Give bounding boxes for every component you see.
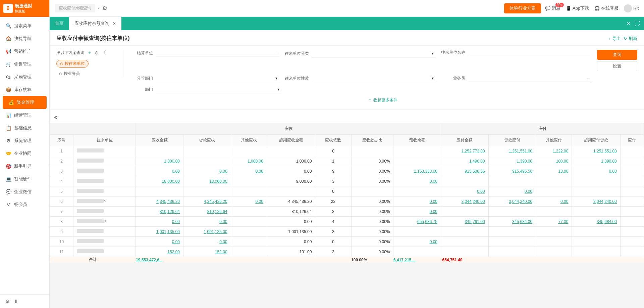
footer-recv-amt: 19,553,472,6... (136, 257, 183, 263)
tab-right: ✕ ⛶ (626, 20, 644, 27)
partner-cell (73, 247, 136, 257)
sidebar-nav: 🔍搜索菜单🏠快捷导航📢营销推广🛒销售管理🛍采购管理📦库存核算💰资金管理📊经营管理… (0, 17, 49, 294)
message-button[interactable]: 💬 消息 99+ (545, 5, 560, 11)
row-num: 8 (50, 217, 73, 227)
header-gear-icon[interactable]: ⚙ (102, 5, 107, 11)
dept-select[interactable]: ▾ (156, 86, 281, 93)
tab-close-icon[interactable]: ✕ (113, 21, 116, 26)
app-label: App下载 (573, 5, 589, 11)
user-avatar[interactable]: Rit (624, 4, 639, 12)
sidebar-item-marketing[interactable]: 📢营销推广 (0, 45, 49, 58)
loan-pay: 1,390.00 (488, 156, 536, 166)
industry-solution-button[interactable]: 体验行业方案 (504, 3, 541, 13)
tab-query[interactable]: 应收应付余额查询 ✕ (69, 17, 121, 30)
recv-amt: 4,345,436.20 (136, 196, 183, 207)
pay (620, 146, 644, 156)
sidebar-item-wechat[interactable]: 💬企业微信 (0, 185, 49, 198)
collapse-sidebar-icon[interactable]: ⏸ (14, 299, 18, 304)
loan-pay (488, 247, 536, 257)
operations-icon: 📊 (5, 113, 11, 118)
sidebar-item-member[interactable]: V畅会员 (0, 198, 49, 211)
sidebar-item-purchase[interactable]: 🛍采购管理 (0, 71, 49, 83)
scheme-partner-tag[interactable]: ⊙ 按往来单位 (56, 60, 89, 68)
sidebar-item-inventory[interactable]: 📦库存核算 (0, 83, 49, 96)
sidebar-item-collab[interactable]: 🤝企业协同 (0, 147, 49, 160)
more-conditions-button[interactable]: ⌃ 收起更多条件 (129, 95, 637, 105)
partner-name-input[interactable] (468, 51, 592, 54)
tab-close-window-icon[interactable]: ✕ (626, 20, 631, 27)
footer-recv-ratio: 100.00% (351, 257, 393, 263)
sidebar-item-quick[interactable]: 🏠快捷导航 (0, 32, 49, 45)
sidebar-item-basic[interactable]: 📋基础信息 (0, 122, 49, 134)
prepay: 0.00 (393, 176, 441, 186)
recv-cnt: 3 (315, 247, 351, 257)
partner-nature-label: 往来单位性质 (285, 76, 309, 81)
recv-amt: 0.00 (136, 217, 183, 227)
footer-overdue-recv (267, 257, 315, 263)
partner-cell (73, 146, 136, 156)
other-recv: 0.00 (231, 166, 267, 176)
recv-ratio: 0.00% (351, 237, 393, 247)
other-pay: 77.00 (536, 217, 572, 227)
scheme-salesperson[interactable]: ⊙ 按业务员 (56, 70, 118, 77)
message-badge: 99+ (555, 3, 564, 7)
filter-settings-icon[interactable]: ⊙ (95, 50, 99, 55)
settings-bottom-icon[interactable]: ⚙ (5, 299, 10, 304)
table-row: 6 ^ 4,345,436.20 4,345,436.20 0.00 4,345… (50, 196, 644, 207)
footer-prepay: 6,417,215.... (393, 257, 441, 263)
row-num: 2 (50, 156, 73, 166)
sidebar-item-finance[interactable]: 💰资金管理 (3, 96, 47, 109)
sidebar-item-search[interactable]: 🔍搜索菜单 (0, 19, 49, 32)
sidebar-item-hardware[interactable]: 💻智能硬件 (0, 173, 49, 185)
overdue-recv: 0.00 (267, 237, 315, 247)
settings-button[interactable]: 设置 (597, 61, 637, 71)
partner-name-label: 往来单位名称 (441, 50, 465, 55)
sidebar-item-sales[interactable]: 🛒销售管理 (0, 58, 49, 71)
filter-add-icon[interactable]: ＋ (87, 50, 92, 56)
settlement-unit-label: 结算单位 (129, 50, 153, 56)
partner-cell (73, 227, 136, 237)
recv-cnt: 0 (315, 237, 351, 247)
pay-amt: 345,761.00 (441, 217, 489, 227)
footer-label: 合计 (50, 257, 136, 263)
recv-ratio: 0.00% (351, 207, 393, 217)
pay (620, 207, 644, 217)
refresh-button[interactable]: ↻ 刷新 (624, 36, 637, 42)
sidebar-item-operations[interactable]: 📊经营管理 (0, 109, 49, 122)
sidebar-item-guide[interactable]: 🎯新手引导 (0, 160, 49, 173)
dept-manager-select[interactable]: ▾ (156, 75, 279, 82)
prepay: 0.00 (393, 237, 441, 247)
overdue-recv: 1,001,135.00 (267, 227, 315, 237)
online-service-button[interactable]: 🎧 在线客服 (594, 5, 619, 11)
pay (620, 227, 644, 237)
recv-ratio (351, 186, 393, 196)
salesperson-input[interactable]: ··· (468, 75, 592, 82)
salesperson-dots: ··· (587, 77, 590, 80)
breadcrumb-chevron-icon[interactable]: ▾ (98, 6, 100, 10)
other-recv: 0.00 (231, 196, 267, 207)
pay-amt: 3,044,240.00 (441, 196, 489, 207)
settlement-unit-input[interactable]: ··· (156, 50, 279, 56)
filter-collapse-icon[interactable]: 《 (101, 50, 106, 56)
tab-maximize-icon[interactable]: ⛶ (635, 20, 640, 27)
table-row: 10 0.00 0.00 0.00 0 0.00% 0.00 (50, 237, 644, 247)
table-settings-icon[interactable]: ⚙ (54, 115, 58, 120)
marketing-icon: 📢 (5, 49, 11, 54)
app-download-button[interactable]: 📱 App下载 (566, 5, 589, 11)
table-wrapper[interactable]: 应收 应付 序号 往来单位 应收金额 贷款应收 其他应收 超期应收金额 应收笔数 (50, 123, 644, 263)
other-pay (536, 207, 572, 217)
export-button[interactable]: ↑ 导出 (609, 36, 621, 42)
query-button[interactable]: 查询 (597, 50, 637, 60)
sidebar-label-search: 搜索菜单 (14, 23, 32, 29)
refresh-label: 刷新 (629, 36, 637, 42)
row-num: 9 (50, 227, 73, 237)
th-prepay: 预收余额 (393, 135, 441, 146)
loan-pay (488, 227, 536, 237)
sidebar: 6 畅捷通财 标准版 🔍搜索菜单🏠快捷导航📢营销推广🛒销售管理🛍采购管理📦库存核… (0, 0, 50, 308)
partner-category-select[interactable]: ▾ (312, 50, 435, 57)
tab-home[interactable]: 首页 (50, 17, 69, 30)
tab-home-label: 首页 (55, 20, 64, 27)
sidebar-item-system[interactable]: ⚙系统管理 (0, 134, 49, 147)
partner-cell (73, 207, 136, 217)
partner-nature-select[interactable]: ▾ (312, 75, 435, 82)
